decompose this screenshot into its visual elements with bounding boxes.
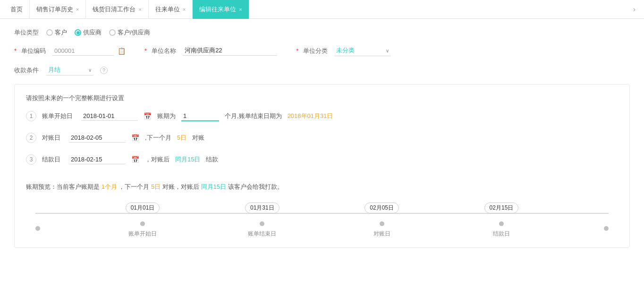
- panel-hint: 请按照未来的一个完整帐期进行设置: [26, 94, 618, 102]
- step-2-row: 2 对账日 📅 ,下一个月 5日 对账: [26, 133, 618, 143]
- tab-partner-units[interactable]: 往来单位 ×: [149, 0, 193, 19]
- tab-home[interactable]: 首页: [4, 0, 30, 19]
- step-3-calendar-icon[interactable]: 📅: [131, 156, 139, 163]
- step-2-calendar-icon[interactable]: 📅: [131, 134, 139, 142]
- timeline-node-4-date: 02月15日: [484, 203, 519, 213]
- unit-category-chevron-icon: ∨: [386, 48, 389, 53]
- tab-cash-reconciliation[interactable]: 钱货日清工作台 ×: [86, 0, 148, 19]
- step-2-number: 2: [26, 133, 36, 143]
- step-3-label: 结款日: [42, 155, 60, 164]
- preview-connector2: 对账，对账后: [162, 183, 199, 190]
- timeline-node-3-date: 02月05日: [364, 203, 399, 213]
- preview-suffix: 该客户会给我打款。: [228, 183, 283, 190]
- timeline-node-2-label: 账单结束日: [248, 230, 276, 238]
- step-2-label: 对账日: [42, 134, 60, 142]
- tab-close-sales-order-history[interactable]: ×: [76, 7, 79, 12]
- step-2-suffix-pre: ,下一个月: [145, 134, 171, 142]
- preview-section: 账期预览：当前客户账期是 1个月 ，下一个月 5日 对账，对账后 同月15日 该…: [26, 176, 618, 238]
- unit-info-row: * 单位编码 📋 * 单位名称 * 单位分类 未分类 ∨: [14, 45, 630, 56]
- unit-type-label: 单位类型: [14, 28, 39, 37]
- step-3-suffix-highlight: 同月15日: [175, 155, 200, 164]
- radio-supplier-circle: [75, 29, 81, 36]
- preview-connector1: ，下一个月: [119, 183, 149, 190]
- unit-type-row: 单位类型 客户 供应商 客户/供应商: [14, 28, 630, 37]
- step-1-period-end: 2018年01月31日: [288, 112, 333, 120]
- step-3-number: 3: [26, 154, 36, 165]
- timeline-start-dot: [35, 226, 40, 231]
- timeline-node-3-dot: [380, 221, 384, 226]
- payment-terms-help-icon[interactable]: ?: [100, 67, 108, 74]
- timeline-node-1-dot: [140, 221, 145, 226]
- unit-code-input[interactable]: [52, 46, 114, 56]
- step-1-row: 1 账单开始日 📅 账期为 个月,账单结束日期为 2018年01月31日: [26, 111, 618, 121]
- step-3-row: 3 结款日 📅 ，对账后 同月15日 结款: [26, 154, 618, 165]
- step-3-date-input[interactable]: [69, 155, 126, 164]
- radio-supplier[interactable]: 供应商: [75, 28, 102, 37]
- tab-close-partner-units[interactable]: ×: [183, 7, 186, 12]
- unit-category-label: 单位分类: [303, 47, 328, 55]
- step-2-suffix-post: 对账: [192, 134, 204, 142]
- unit-category-value: 未分类: [336, 46, 384, 55]
- radio-customer[interactable]: 客户: [46, 28, 67, 37]
- page-content: 单位类型 客户 供应商 客户/供应商 * 单位编码 📋 * 单位名称: [0, 19, 644, 287]
- unit-name-label: 单位名称: [152, 47, 176, 55]
- timeline-end-dot: [604, 226, 609, 231]
- payment-terms-chevron-icon: ∨: [88, 68, 92, 73]
- unit-name-input[interactable]: [183, 46, 277, 56]
- step-1-date-input[interactable]: [81, 111, 138, 121]
- timeline-node-1: 01月01日 账单开始日: [126, 203, 160, 238]
- timeline-node-4: 02月15日 结款日: [484, 203, 519, 238]
- step-1-number: 1: [26, 111, 36, 121]
- billing-panel: 请按照未来的一个完整帐期进行设置 1 账单开始日 📅 账期为 个月,账单结束日期…: [14, 84, 630, 248]
- preview-text: 账期预览：当前客户账期是 1个月 ，下一个月 5日 对账，对账后 同月15日 该…: [26, 183, 618, 191]
- tab-sales-order-history[interactable]: 销售订单历史 ×: [30, 0, 86, 19]
- step-1-period-input[interactable]: [181, 111, 219, 121]
- step-2-suffix-highlight: 5日: [177, 134, 186, 142]
- unit-name-required-star: *: [144, 47, 147, 54]
- timeline-node-2: 01月31日 账单结束日: [245, 203, 280, 238]
- tabs-expand-button[interactable]: ›: [628, 5, 640, 14]
- step-1-calendar-icon[interactable]: 📅: [144, 112, 152, 120]
- timeline-node-1-label: 账单开始日: [128, 230, 157, 238]
- radio-customer-supplier[interactable]: 客户/供应商: [109, 28, 150, 37]
- tabs-bar: 首页 销售订单历史 × 钱货日清工作台 × 往来单位 × 编辑往来单位 × ›: [0, 0, 644, 19]
- timeline-node-3-label: 对账日: [373, 230, 390, 238]
- payment-terms-label: 收款条件: [14, 66, 39, 75]
- radio-customer-supplier-label: 客户/供应商: [118, 28, 150, 37]
- preview-part3: 同月15日: [201, 183, 226, 190]
- tab-edit-partner[interactable]: 编辑往来单位 ×: [193, 0, 249, 19]
- preview-part1: 1个月: [102, 183, 117, 190]
- timeline-node-4-label: 结款日: [493, 230, 510, 238]
- timeline-node-2-date: 01月31日: [245, 203, 280, 213]
- timeline-node-4-dot: [499, 221, 504, 226]
- preview-prefix: 账期预览：当前客户账期是: [26, 183, 100, 190]
- radio-customer-circle: [46, 29, 53, 36]
- unit-category-required-star: *: [296, 47, 298, 54]
- payment-terms-value: 月结: [48, 66, 86, 74]
- unit-name-field: * 单位名称: [144, 46, 277, 56]
- unit-code-field: * 单位编码 📋: [14, 46, 126, 56]
- payment-terms-select[interactable]: 月结 ∨: [46, 65, 93, 76]
- preview-part2: 5日: [151, 183, 161, 190]
- unit-type-radio-group: 客户 供应商 客户/供应商: [46, 28, 150, 37]
- step-1-period-label: 账期为: [157, 112, 176, 120]
- radio-customer-label: 客户: [55, 28, 67, 37]
- step-1-period-unit: 个月,账单结束日期为: [225, 112, 282, 120]
- step-3-suffix-post: 结款: [206, 155, 218, 164]
- unit-category-select[interactable]: 未分类 ∨: [334, 45, 391, 56]
- timeline-container: 01月01日 账单开始日 01月31日 账单结束日 02月05日: [26, 203, 618, 238]
- tab-close-edit-partner[interactable]: ×: [239, 7, 242, 12]
- unit-code-required-star: *: [14, 47, 17, 54]
- step-3-suffix-pre: ，对账后: [145, 155, 169, 164]
- radio-supplier-label: 供应商: [83, 28, 102, 37]
- timeline-nodes: 01月01日 账单开始日 01月31日 账单结束日 02月05日: [35, 203, 609, 238]
- unit-code-label: 单位编码: [21, 47, 46, 55]
- timeline-node-2-dot: [260, 221, 264, 226]
- radio-customer-supplier-circle: [109, 29, 116, 36]
- timeline-node-3: 02月05日 对账日: [364, 203, 399, 238]
- payment-terms-row: 收款条件 月结 ∨ ?: [14, 65, 630, 76]
- step-2-date-input[interactable]: [69, 133, 126, 143]
- tab-close-cash-reconciliation[interactable]: ×: [138, 7, 141, 12]
- unit-code-copy-icon[interactable]: 📋: [118, 47, 126, 55]
- unit-category-field: * 单位分类 未分类 ∨: [296, 45, 391, 56]
